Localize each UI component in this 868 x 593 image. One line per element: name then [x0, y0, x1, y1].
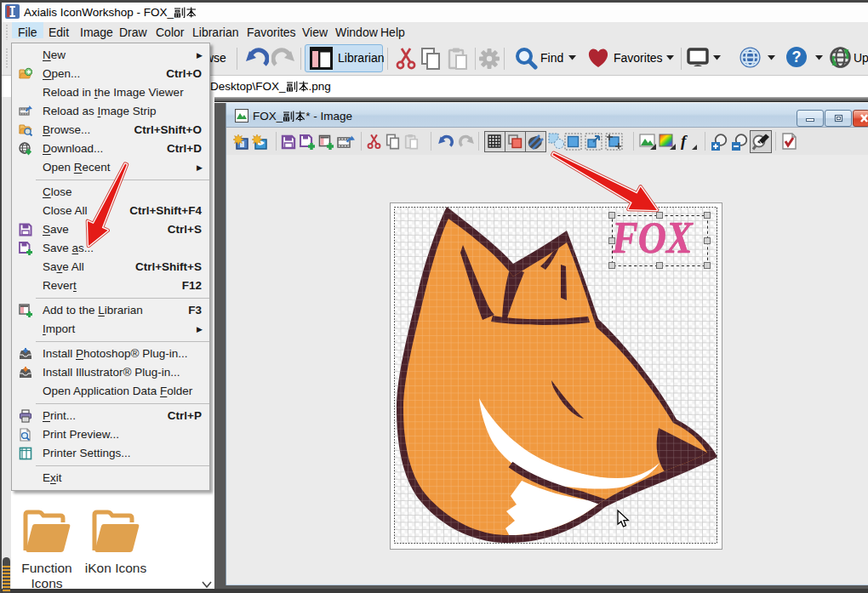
svg-text:FOX: FOX [611, 213, 694, 263]
svg-text:?: ? [792, 48, 802, 66]
svg-text:f: f [681, 133, 688, 150]
